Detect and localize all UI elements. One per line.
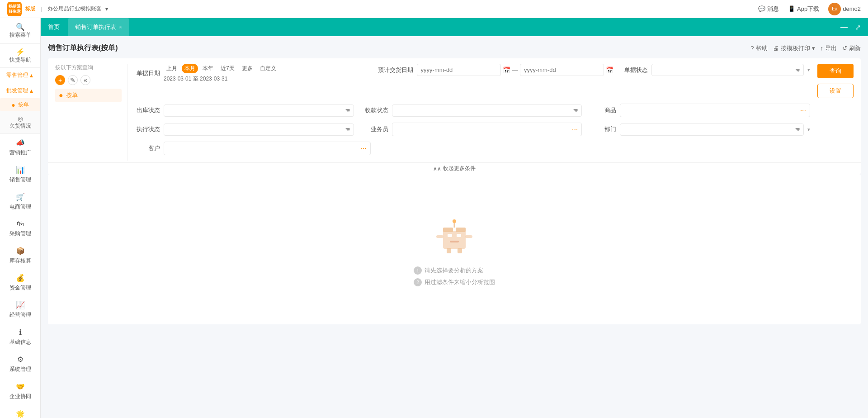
date-tab-more[interactable]: 更多 (239, 64, 255, 73)
query-button[interactable]: 查询 (817, 64, 854, 78)
cooperation-icon: 🤝 (16, 382, 25, 391)
message-button[interactable]: 💬 消息 (758, 5, 779, 13)
tab-close-button[interactable]: × (119, 24, 122, 30)
marketing-label: 营销推广 (9, 149, 31, 157)
filter-panel: 按以下方案查询 + ✎ « ● 按单 (48, 58, 861, 174)
tab-home[interactable]: 首页 (41, 18, 67, 36)
calendar-icon-start[interactable]: 📅 (503, 66, 510, 74)
date-tab-lastmonth[interactable]: 上月 (164, 64, 180, 73)
ecommerce-label: 电商管理 (9, 203, 31, 211)
sidebar-sub-debt[interactable]: ◎ 欠货情况 (0, 111, 40, 133)
breadcrumb: 办公用品行业模拟账套 (47, 5, 102, 13)
expected-date-start[interactable] (417, 64, 501, 76)
scheme-label: 按以下方案查询 (55, 64, 93, 71)
newbie-icon: 🌟 (16, 409, 25, 418)
app-download-button[interactable]: 📱 App下载 (788, 5, 819, 13)
print-button[interactable]: 🖨 按模板打印 ▾ (773, 44, 815, 52)
goods-dots-button[interactable]: ··· (800, 106, 806, 114)
tab-active[interactable]: 销售订单执行表 × (68, 18, 129, 36)
sidebar-item-marketing[interactable]: 📣 营销推广 (0, 134, 40, 161)
stock-select[interactable]: 全部未出库部分出库已出库 (164, 104, 354, 117)
collapse-up-icon: ∧∧ (433, 166, 441, 172)
user-profile[interactable]: Ea demo2 (828, 3, 861, 15)
app-subtitle: 标版 (25, 5, 35, 12)
sidebar-item-retail[interactable]: 零售管理 ▲ (0, 68, 40, 83)
date-tab-7days[interactable]: 近7天 (218, 64, 237, 73)
sidebar-item-wholesale[interactable]: 批发管理 ▲ (0, 83, 40, 98)
scheme-active-label: 按单 (66, 91, 78, 100)
sidebar-item-purchase[interactable]: 🛍 采购管理 (0, 215, 40, 242)
empty-hints: 1 请先选择要分析的方案 2 用过滤条件来缩小分析范围 (414, 265, 495, 288)
sidebar-item-ecommerce[interactable]: 🛒 电商管理 (0, 188, 40, 215)
sidebar-item-cooperation[interactable]: 🤝 企业协同 (0, 378, 40, 405)
empty-svg (432, 210, 477, 256)
hint-text-1: 请先选择要分析的方案 (425, 265, 483, 276)
scheme-item-presale[interactable]: ● 按单 (55, 89, 122, 102)
sidebar-item-system[interactable]: ⚙ 系统管理 (0, 351, 40, 378)
print-icon: 🖨 (773, 45, 779, 52)
salesman-dots-button[interactable]: ··· (572, 125, 578, 133)
date-range-sep: — (512, 66, 518, 73)
help-button[interactable]: ? 帮助 (750, 44, 767, 52)
export-button[interactable]: ↑ 导出 (821, 44, 837, 52)
message-label: 消息 (767, 5, 779, 13)
tab-bar-right: — ⤢ (839, 21, 868, 33)
page-header: 销售订单执行表(按单) ? 帮助 🖨 按模板打印 ▾ ↑ (48, 43, 861, 53)
svg-rect-7 (465, 235, 472, 238)
filter-inner: 按以下方案查询 + ✎ « ● 按单 (48, 58, 861, 161)
app-container: 畅捷通好生意 标版 | 办公用品行业模拟账套 ▾ 💬 消息 📱 App下载 Ea (0, 0, 868, 418)
hint-text-2: 用过滤条件来缩小分析范围 (425, 276, 495, 288)
basic-icon: ℹ (19, 328, 22, 337)
collapse-scheme-button[interactable]: « (80, 75, 90, 85)
print-arrow: ▾ (812, 45, 815, 52)
retail-label: 零售管理 (6, 71, 28, 79)
sidebar-item-finance[interactable]: 💰 资金管理 (0, 269, 40, 296)
svg-rect-3 (448, 234, 452, 237)
dept-select[interactable]: 全部 (620, 124, 804, 136)
export-icon: ↑ (821, 45, 824, 52)
system-label: 系统管理 (9, 366, 31, 373)
svg-rect-8 (447, 248, 451, 253)
cooperation-label: 企业协同 (9, 393, 31, 400)
sidebar-item-operations[interactable]: 📈 经营管理 (0, 296, 40, 323)
refresh-label: 刷新 (849, 44, 861, 52)
refresh-button[interactable]: ↺ 刷新 (842, 44, 861, 52)
sidebar-sub-presale[interactable]: ● 按单 (0, 98, 40, 111)
date-tab-thisyear[interactable]: 本年 (200, 64, 216, 73)
scheme-active-icon: ● (59, 91, 63, 100)
tab-minimize-button[interactable]: — (839, 21, 849, 33)
breadcrumb-arrow[interactable]: ▾ (105, 6, 108, 12)
add-scheme-button[interactable]: + (55, 75, 65, 85)
user-avatar: Ea (828, 3, 841, 15)
exec-select[interactable]: 全部未执行部分执行已执行 (164, 124, 354, 136)
hint-num-1: 1 (414, 266, 422, 275)
status-select[interactable]: 全部 待审核 已审核 已关闭 (651, 64, 804, 76)
collapse-button[interactable]: ∧∧ 收起更多条件 (433, 165, 476, 172)
empty-hint-2: 2 用过滤条件来缩小分析范围 (414, 276, 495, 288)
sidebar-quick-nav[interactable]: ⚡ 快捷导航 (0, 44, 40, 68)
sidebar-quick-nav-label: 快捷导航 (0, 56, 40, 64)
expected-date-end[interactable] (520, 64, 604, 76)
sidebar-search-label: 搜索菜单 (4, 31, 37, 39)
wholesale-arrow: ▲ (29, 88, 34, 94)
date-tab-thismonth[interactable]: 本月 (182, 64, 198, 73)
settings-button[interactable]: 设置 (817, 84, 854, 98)
page-actions: ? 帮助 🖨 按模板打印 ▾ ↑ 导出 ↺ (750, 44, 861, 52)
finance-icon: 💰 (16, 274, 25, 282)
tab-maximize-button[interactable]: ⤢ (853, 21, 863, 33)
tab-home-label: 首页 (48, 23, 60, 31)
sidebar-item-newbie[interactable]: 🌟 新手引导 (0, 405, 40, 418)
sidebar-item-inventory[interactable]: 📦 库存核算 (0, 242, 40, 269)
svg-rect-5 (450, 241, 459, 242)
date-tab-custom[interactable]: 自定义 (257, 64, 279, 73)
sidebar-item-sales[interactable]: 📊 销售管理 (0, 161, 40, 188)
sidebar-item-basic[interactable]: ℹ 基础信息 (0, 323, 40, 351)
calendar-icon-end[interactable]: 📅 (606, 66, 613, 74)
svg-point-11 (453, 219, 456, 223)
purchase-icon: 🛍 (17, 220, 24, 228)
edit-scheme-button[interactable]: ✎ (68, 75, 78, 85)
customer-dots-button[interactable]: ··· (361, 144, 367, 152)
payment-select[interactable]: 全部未收款部分收款已收款 (392, 104, 582, 117)
sidebar-search[interactable]: 🔍 搜索菜单 (0, 18, 40, 44)
operations-icon: 📈 (16, 301, 25, 309)
